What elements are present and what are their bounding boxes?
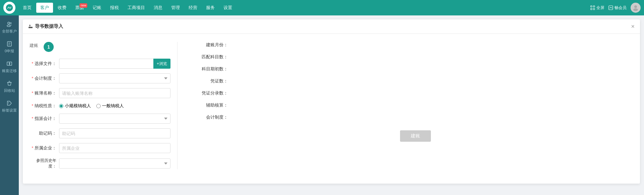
aux-accounting-label: 辅助核算： [198,102,228,108]
company-input[interactable] [59,143,170,153]
panel-body: 建账 1 选择文件： +浏览 [23,34,640,177]
import-panel: 导爷数据导入 × 建账 1 选择文件： [23,19,640,184]
panel-title-text: 导爷数据导入 [35,23,63,29]
nav-item-记账[interactable]: 记账 [89,3,105,13]
ledger-name-row: 账簿名称： [30,88,170,98]
accountant-label: 指派会计： [30,116,56,122]
svg-point-7 [633,8,638,11]
file-input-group: +浏览 [59,59,170,69]
file-select-row: 选择文件： +浏览 [30,59,170,69]
top-navigation: 首页客户收费票据new记账报税工商项目消息管理经营服务设置 全屏 畅会员 [0,0,644,15]
accountant-select[interactable] [59,114,170,124]
fullscreen-button[interactable]: 全屏 [590,5,604,11]
info-rows: 建账月份： 匹配科目数： 科目期初数： 凭证数： [198,42,633,120]
fullscreen-label: 全屏 [596,5,604,11]
user-avatar[interactable] [631,3,641,13]
voucher-entries-row: 凭证分录数： [198,90,633,96]
svg-rect-1 [591,6,592,7]
nav-item-报税[interactable]: 报税 [106,3,123,13]
nav-item-工商项目[interactable]: 工商项目 [123,3,149,13]
general-taxpayer-option[interactable]: 一般纳税人 [96,103,124,109]
ledger-name-label: 账簿名称： [30,90,56,96]
accounting-system-row: 会计制度： [30,73,170,83]
tax-type-label: 纳税性质： [30,103,56,109]
nav-item-首页[interactable]: 首页 [19,3,36,13]
sidebar: 全部客户 0申报 账套迁移 回收站 标签设置 [0,15,19,195]
nav-item-收费[interactable]: 收费 [54,3,70,13]
small-taxpayer-label: 小规模纳税人 [65,103,91,109]
voucher-count-row: 凭证数： [198,78,633,84]
info-accounting-system-row: 会计制度： [198,114,633,120]
file-path-input[interactable] [59,59,153,69]
svg-rect-3 [591,8,592,10]
general-taxpayer-radio[interactable] [96,104,101,108]
account-month-label: 建账月份： [198,42,228,48]
step-label: 建账 [30,42,38,49]
tax-type-radio-group: 小规模纳税人 一般纳税人 [59,103,124,109]
file-label: 选择文件： [30,61,56,67]
nav-item-设置[interactable]: 设置 [219,3,236,13]
member-label: 畅会员 [614,5,627,11]
sidebar-item-migration[interactable]: 账套迁移 [0,58,19,76]
form-rows: 选择文件： +浏览 会计制度： [30,59,170,169]
small-taxpayer-option[interactable]: 小规模纳税人 [59,103,91,109]
company-label: 所属企业： [30,145,56,151]
member-button[interactable]: 畅会员 [608,5,627,11]
vertical-divider [177,42,178,169]
accounting-system-select[interactable] [59,73,170,83]
history-year-label: 参照历史年度： [30,158,56,169]
build-account-button[interactable]: 建账 [400,130,431,142]
nav-item-消息[interactable]: 消息 [150,3,166,13]
sidebar-item-recycle-label: 回收站 [4,88,15,93]
memo-input[interactable] [59,128,170,138]
history-year-select[interactable] [59,158,170,169]
form-right: 建账月份： 匹配科目数： 科目期初数： 凭证数： [184,42,633,169]
memo-label: 助记码： [30,130,56,136]
sidebar-item-declaration-label: 0申报 [5,49,14,54]
main-content: 导爷数据导入 × 建账 1 选择文件： [19,15,644,195]
ledger-name-input[interactable] [59,88,170,98]
accounting-system-label: 会计制度： [30,75,56,81]
nav-item-客户[interactable]: 客户 [36,3,53,13]
nav-right-controls: 全屏 畅会员 [590,3,641,13]
app-logo[interactable] [3,2,15,14]
panel-title: 导爷数据导入 [28,23,63,29]
nav-item-管理[interactable]: 管理 [167,3,184,13]
nav-item-服务[interactable]: 服务 [202,3,219,13]
info-accounting-system-label: 会计制度： [198,114,228,120]
svg-point-10 [10,22,11,24]
browse-button[interactable]: +浏览 [153,59,170,69]
nav-item-票据[interactable]: 票据new [71,3,88,13]
nav-menu: 首页客户收费票据new记账报税工商项目消息管理经营服务设置 [19,3,590,13]
svg-point-9 [7,25,10,27]
subject-initial-label: 科目期初数： [198,66,228,72]
sidebar-item-tags[interactable]: 标签设置 [0,97,19,116]
svg-rect-15 [29,27,33,28]
general-taxpayer-label: 一般纳税人 [102,103,124,109]
tax-type-row: 纳税性质： 小规模纳税人 一般纳税人 [30,103,170,109]
voucher-entries-label: 凭证分录数： [198,90,228,96]
aux-accounting-row: 辅助核算： [198,102,633,108]
account-month-row: 建账月份： [198,42,633,48]
match-subjects-row: 匹配科目数： [198,54,633,60]
sidebar-item-declaration[interactable]: 0申报 [0,38,19,56]
svg-rect-2 [593,6,595,7]
match-subjects-label: 匹配科目数： [198,54,228,60]
svg-rect-4 [593,8,595,10]
panel-close-button[interactable]: × [631,23,635,29]
sidebar-item-recycle[interactable]: 回收站 [0,77,19,96]
sidebar-item-tags-label: 标签设置 [2,108,17,113]
svg-point-6 [634,5,637,8]
history-year-row: 参照历史年度： [30,158,170,169]
small-taxpayer-radio[interactable] [59,104,63,108]
import-icon [28,24,33,29]
sidebar-item-migration-label: 账套迁移 [2,68,17,73]
subject-initial-row: 科目期初数： [198,66,633,72]
sidebar-item-all-customers[interactable]: 全部客户 [0,18,19,37]
panel-header: 导爷数据导入 × [23,19,640,34]
company-row: 所属企业： [30,143,170,153]
sidebar-item-all-customers-label: 全部客户 [2,29,17,34]
step-indicator: 建账 1 [30,42,170,52]
nav-item-经营[interactable]: 经营 [185,3,201,13]
svg-point-14 [8,103,9,103]
